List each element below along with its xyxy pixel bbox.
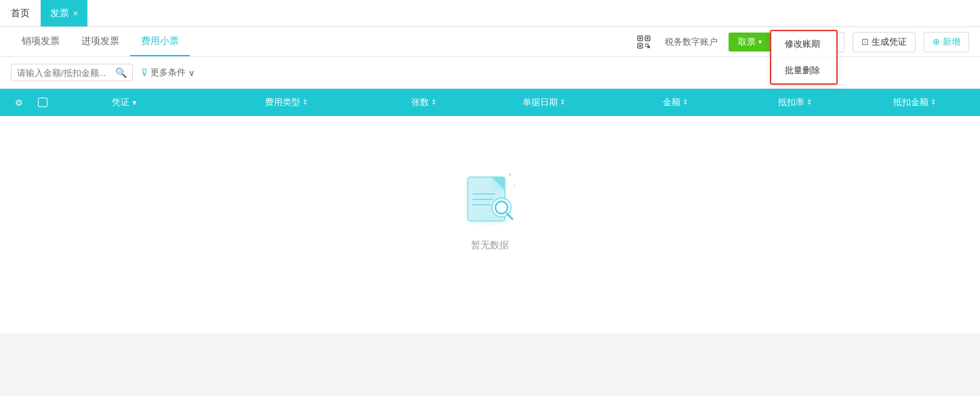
select-all-checkbox[interactable] bbox=[38, 98, 47, 107]
qr-code-button[interactable] bbox=[634, 35, 654, 50]
svg-rect-5 bbox=[639, 45, 641, 47]
th-count[interactable]: 张数 ⇕ bbox=[376, 96, 472, 108]
tab-purchase-invoice[interactable]: 进项发票 bbox=[70, 27, 130, 56]
amount-sort-icon: ⇕ bbox=[682, 99, 688, 106]
plus-icon: ⊕ bbox=[933, 37, 940, 47]
settings-icon[interactable]: ⚙ bbox=[15, 98, 23, 108]
more-conditions-button[interactable]: ⊽ 更多条件 ∨ bbox=[141, 66, 195, 79]
th-expense-type[interactable]: 费用类型 ⇕ bbox=[197, 96, 376, 108]
th-deduct-amount[interactable]: 抵扣金额 ⇕ bbox=[855, 96, 975, 108]
generate-icon: ⊡ bbox=[861, 37, 869, 47]
top-nav: 首页 发票 × bbox=[0, 0, 980, 27]
rate-sort-icon: ⇕ bbox=[807, 99, 812, 106]
svg-rect-6 bbox=[645, 43, 647, 45]
tax-digital-account-button[interactable]: 税务数字账户 bbox=[662, 36, 720, 48]
table-body: ✦ ✦ 暂无数据 bbox=[0, 116, 980, 333]
nav-tab-close[interactable]: × bbox=[73, 9, 78, 18]
new-entry-button[interactable]: ⊕ 新增 bbox=[924, 32, 969, 52]
nav-tab-label: 发票 bbox=[50, 7, 69, 20]
nav-tab-invoice[interactable]: 发票 × bbox=[41, 0, 87, 26]
svg-rect-3 bbox=[647, 37, 649, 39]
svg-rect-1 bbox=[639, 37, 641, 39]
search-input[interactable] bbox=[17, 68, 115, 78]
empty-illustration: ✦ ✦ bbox=[453, 157, 527, 231]
svg-rect-7 bbox=[647, 43, 649, 45]
svg-line-24 bbox=[507, 214, 512, 219]
table-header: ⚙ 凭证 ▼ 费用类型 ⇕ 张数 ⇕ 单据日期 ⇕ 金额 ⇕ 抵扣率 ⇕ bbox=[0, 89, 980, 116]
th-date[interactable]: 单据日期 ⇕ bbox=[472, 96, 615, 108]
svg-text:✦: ✦ bbox=[512, 183, 516, 188]
deduct-sort-icon: ⇕ bbox=[931, 99, 936, 106]
th-settings[interactable]: ⚙ bbox=[5, 98, 33, 108]
sub-nav-left: 销项发票 进项发票 费用小票 bbox=[11, 27, 190, 56]
empty-text: 暂无数据 bbox=[471, 239, 509, 252]
th-rate[interactable]: 抵扣率 ⇕ bbox=[735, 96, 855, 108]
get-ticket-arrow: ▾ bbox=[758, 38, 762, 45]
th-checkbox[interactable] bbox=[33, 98, 53, 107]
svg-rect-9 bbox=[647, 45, 650, 48]
batch-dropdown-menu: 修改账期 批量删除 bbox=[770, 30, 838, 85]
more-arrow-icon: ∨ bbox=[188, 68, 195, 78]
tab-sales-invoice[interactable]: 销项发票 bbox=[11, 27, 70, 56]
page-wrapper: 首页 发票 × 销项发票 进项发票 费用小票 bbox=[0, 0, 980, 396]
voucher-sort-icon: ▼ bbox=[131, 99, 138, 106]
nav-home[interactable]: 首页 bbox=[0, 0, 41, 26]
dropdown-item-batch-delete[interactable]: 批量删除 bbox=[771, 58, 836, 83]
empty-state: ✦ ✦ 暂无数据 bbox=[0, 116, 980, 279]
dropdown-item-modify-period[interactable]: 修改账期 bbox=[771, 31, 836, 57]
filter-icon: ⊽ bbox=[141, 67, 148, 78]
search-icon[interactable]: 🔍 bbox=[115, 67, 127, 78]
count-sort-icon: ⇕ bbox=[431, 99, 436, 106]
date-sort-icon: ⇕ bbox=[560, 99, 565, 106]
th-voucher[interactable]: 凭证 ▼ bbox=[53, 96, 197, 108]
get-ticket-button[interactable]: 取票 ▾ bbox=[729, 33, 771, 52]
tab-expense-receipt[interactable]: 费用小票 bbox=[130, 27, 190, 56]
expense-type-sort-icon: ⇕ bbox=[302, 99, 308, 106]
th-amount[interactable]: 金额 ⇕ bbox=[615, 96, 735, 108]
svg-text:✦: ✦ bbox=[507, 171, 512, 178]
generate-voucher-button[interactable]: ⊡ 生成凭证 bbox=[853, 32, 916, 52]
search-input-wrap[interactable]: 🔍 bbox=[11, 64, 133, 81]
svg-rect-8 bbox=[645, 45, 647, 47]
